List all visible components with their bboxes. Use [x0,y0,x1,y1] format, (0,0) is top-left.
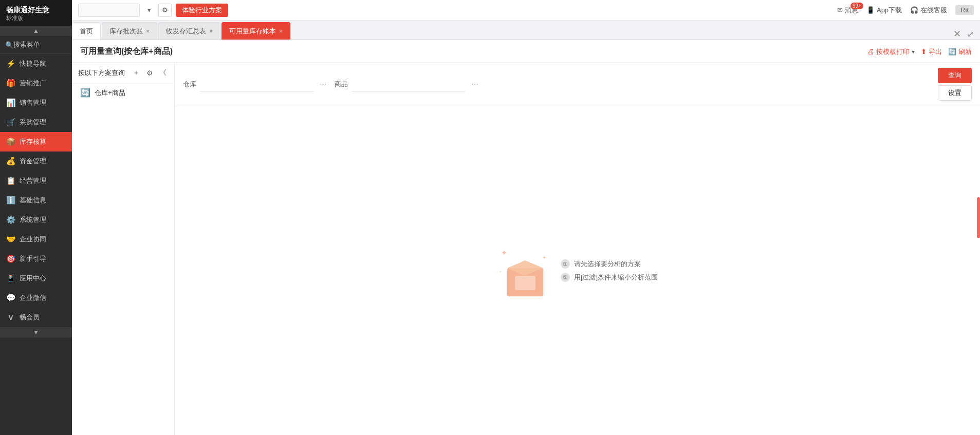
topbar-right: ✉ 消息 99+ 📱 App下载 🎧 在线客服 Rit [837,5,974,15]
sidebar-item-sales[interactable]: 📊 销售管理 [0,93,72,112]
sidebar-item-label: 企业协同 [20,235,46,244]
tabs-bar: 首页 库存批次账 × 收发存汇总表 × 可用量库存账本 × ✕ ⤢ [72,21,980,40]
system-icon: ⚙️ [6,215,15,224]
export-btn[interactable]: ⬆ 导出 [921,47,942,56]
query-button[interactable]: 查询 [938,68,972,83]
sidebar-search[interactable]: 🔍 搜索菜单 [0,36,72,54]
close-receive-summary-icon[interactable]: × [209,28,213,35]
product-filter-group: 商品 ··· [335,77,478,91]
tab-batch-account-label: 库存批次账 [109,27,143,36]
print-dropdown-icon[interactable]: ▾ [912,48,915,55]
printer-icon: 🖨 [867,48,874,55]
sidebar-item-label: 销售管理 [20,98,46,107]
sidebar-item-appstore[interactable]: 📱 应用中心 [0,269,72,288]
sidebar-item-label: 采购管理 [20,118,46,127]
enterprise-icon: 🤝 [6,235,15,244]
empty-tip-2: ② 用[过滤]条件来缩小分析范围 [561,273,658,282]
app-name: 畅康通好生意 [6,5,66,14]
warehouse-more-icon[interactable]: ··· [320,80,326,89]
action-buttons: 查询 设置 [938,68,972,101]
tab-available-account[interactable]: 可用量库存账本 × [221,22,290,40]
right-panel: 仓库 ··· 商品 ··· 查询 设置 [175,63,980,435]
sidebar-item-basic[interactable]: ℹ️ 基础信息 [0,191,72,210]
close-all-tabs-btn[interactable]: ✕ [951,28,963,40]
sidebar-logo: 畅康通好生意 标准版 [0,0,72,26]
product-more-icon[interactable]: ··· [471,80,478,89]
empty-tip-1: ① 请先选择要分析的方案 [561,259,658,269]
sidebar-item-newbie[interactable]: 🎯 新手引导 [0,249,72,269]
tab-batch-account[interactable]: 库存批次账 × [102,22,157,40]
refresh-btn[interactable]: 🔄 刷新 [948,47,972,56]
empty-illustration: ✦ ✦ • [497,245,548,296]
sidebar-item-enterprise[interactable]: 🤝 企业协同 [0,230,72,249]
left-panel-header: 按以下方案查询 ＋ ⚙ 《 [72,63,174,84]
collapse-panel-btn[interactable]: 《 [158,68,168,78]
sidebar-scroll-down[interactable]: ▼ [0,327,72,337]
scheme-item-warehouse-product[interactable]: 🔄 仓库+商品 [72,84,174,102]
topbar-search-input[interactable] [78,4,140,17]
sidebar-item-quick-nav[interactable]: ⚡ 快捷导航 [0,54,72,73]
tab-home[interactable]: 首页 [72,22,101,40]
close-batch-account-icon[interactable]: × [146,28,150,35]
left-panel: 按以下方案查询 ＋ ⚙ 《 🔄 仓库+商品 [72,63,175,435]
topbar: ▾ ⚙ 体验行业方案 ✉ 消息 99+ 📱 App下载 🎧 在线客服 Rit [72,0,980,21]
refresh-icon: 🔄 [948,48,956,55]
topbar-gear-icon[interactable]: ⚙ [158,4,172,17]
sidebar-item-purchase[interactable]: 🛒 采购管理 [0,112,72,132]
sidebar-item-system[interactable]: ⚙️ 系统管理 [0,210,72,230]
sidebar-item-operations[interactable]: 📋 经营管理 [0,171,72,191]
sidebar-item-wechat[interactable]: 💬 企业微信 [0,288,72,308]
settings-scheme-btn[interactable]: ⚙ [144,68,155,78]
left-panel-title: 按以下方案查询 [78,68,125,78]
settings-button[interactable]: 设置 [938,85,972,101]
inventory-icon: 📦 [6,137,15,146]
online-service-label: 在线客服 [920,6,947,15]
warehouse-label: 仓库 [183,80,196,89]
sidebar-item-finance[interactable]: 💰 资金管理 [0,152,72,171]
print-btn[interactable]: 🖨 按模板打印 ▾ [867,47,915,56]
sidebar-item-label: 快捷导航 [20,59,46,68]
newbie-icon: 🎯 [6,254,15,263]
close-available-account-icon[interactable]: × [279,28,283,35]
message-badge: 99+ [850,3,863,9]
page-title: 可用量查询(按仓库+商品) [80,46,173,57]
user-name: Rit [960,6,969,14]
sidebar-item-marketing[interactable]: 🎁 营销推广 [0,73,72,93]
sidebar-item-vip[interactable]: V 畅会员 [0,308,72,327]
quick-nav-icon: ⚡ [6,59,15,68]
tip-text-2: 用[过滤]条件来缩小分析范围 [574,273,658,282]
industry-btn[interactable]: 体验行业方案 [176,4,228,17]
tab-receive-summary[interactable]: 收发存汇总表 × [158,22,220,40]
tab-available-account-label: 可用量库存账本 [229,27,276,36]
user-profile-btn[interactable]: Rit [955,5,974,15]
right-scrollbar[interactable] [977,197,980,238]
add-scheme-btn[interactable]: ＋ [131,68,141,78]
main-content: ▾ ⚙ 体验行业方案 ✉ 消息 99+ 📱 App下载 🎧 在线客服 Rit [72,0,980,435]
filter-row: 仓库 ··· 商品 ··· 查询 设置 [175,63,980,106]
topbar-dropdown-icon[interactable]: ▾ [144,4,154,17]
message-icon-btn[interactable]: ✉ 消息 99+ [837,6,858,15]
warehouse-input[interactable] [200,77,313,91]
basic-icon: ℹ️ [6,196,15,205]
sales-icon: 📊 [6,98,15,107]
product-label: 商品 [335,80,348,89]
sidebar-scroll-up[interactable]: ▲ [0,26,72,36]
svg-text:•: • [500,269,501,274]
tip-num-2: ② [561,273,570,282]
sidebar-item-label: 基础信息 [20,196,46,205]
sidebar-item-label: 畅会员 [20,313,40,322]
refresh-label: 刷新 [958,47,972,56]
sidebar-item-inventory[interactable]: 📦 库存核算 [0,132,72,152]
expand-tab-btn[interactable]: ⤢ [965,29,976,39]
tip-num-1: ① [561,259,570,269]
scheme-item-label: 仓库+商品 [95,88,125,98]
operations-icon: 📋 [6,176,15,185]
online-service-btn[interactable]: 🎧 在线客服 [910,6,947,15]
sidebar-item-label: 应用中心 [20,274,46,283]
headset-icon: 🎧 [910,6,918,14]
tab-receive-summary-label: 收发存汇总表 [166,27,206,36]
product-input[interactable] [352,77,465,91]
page-actions: 🖨 按模板打印 ▾ ⬆ 导出 🔄 刷新 [867,47,972,56]
app-download-btn[interactable]: 📱 App下载 [866,6,902,15]
app-version: 标准版 [6,14,66,22]
